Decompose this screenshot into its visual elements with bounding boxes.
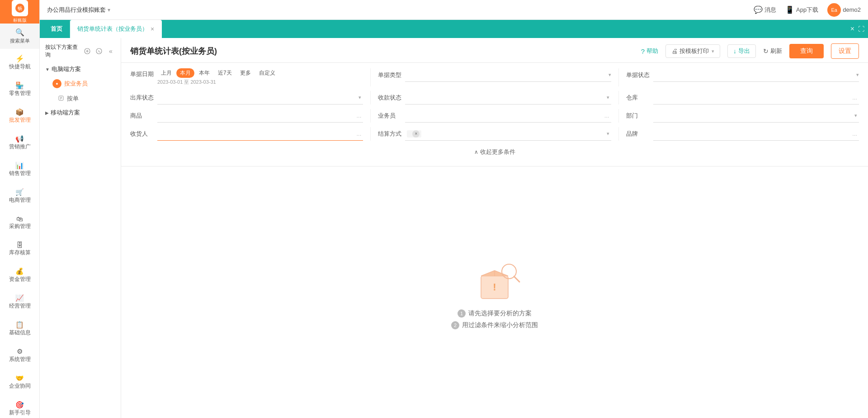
scheme-item-byorder[interactable]: 按单 [40, 91, 121, 106]
sidebar-item-guide[interactable]: 🎯 新手引导 [0, 395, 40, 418]
left-panel-header: 按以下方案查询 ✎ « [40, 43, 121, 62]
goods-select[interactable]: ... [157, 109, 363, 123]
empty-hint-1: 1 请先选择要分析的方案 [458, 309, 532, 318]
brand-more[interactable]: ... [852, 130, 857, 137]
chevron-down-icon: ▾ [108, 7, 110, 13]
sidebar-item-ecom[interactable]: 🛒 电商管理 [0, 183, 40, 209]
collapse-panel-btn[interactable]: « [106, 47, 115, 56]
sidebar-item-purchase[interactable]: 🛍 采购管理 [0, 209, 40, 236]
divider-8 [618, 127, 619, 141]
warehouse-filter: 仓库 ... [626, 91, 859, 104]
department-filter: 部门 ▾ [626, 109, 859, 123]
settlement-select[interactable]: × ▾ [405, 127, 611, 141]
export-btn[interactable]: ↓ 导出 [727, 44, 756, 58]
receiver-input[interactable]: ... [157, 127, 363, 141]
sidebar-logo[interactable]: 畅 标账版 [0, 0, 40, 24]
tab-home[interactable]: 首页 [43, 20, 70, 38]
date-tab-thisyear[interactable]: 本年 [195, 68, 213, 78]
scheme-group-desktop-header[interactable]: ▼ 电脑端方案 [40, 62, 121, 76]
sidebar-item-inventory[interactable]: 🗄 库存核算 [0, 236, 40, 262]
sidebar-item-collab[interactable]: 🤝 企业协同 [0, 369, 40, 395]
settings-button[interactable]: 设置 [831, 43, 859, 59]
scheme-group-mobile-label: 移动端方案 [51, 109, 80, 117]
message-action[interactable]: 💬 消息 [754, 5, 776, 14]
department-label: 部门 [626, 112, 653, 120]
message-label: 消息 [764, 6, 776, 14]
sidebar-item-sales[interactable]: 📊 销售管理 [0, 156, 40, 183]
refresh-action[interactable]: ↻ 刷新 [763, 47, 782, 55]
salesman-select[interactable]: ... [405, 109, 611, 123]
date-tab-more[interactable]: 更多 [236, 68, 255, 78]
sidebar-item-system[interactable]: ⚙ 系统管理 [0, 342, 40, 369]
salesman-more[interactable]: ... [604, 112, 609, 119]
sales-icon: 📊 [2, 162, 38, 170]
sidebar-basic-label: 基础信息 [2, 329, 38, 337]
payment-status-select[interactable]: ▾ [405, 91, 611, 104]
sidebar-wholesale-label: 批发管理 [2, 116, 38, 124]
goods-more[interactable]: ... [356, 112, 361, 119]
guide-icon: 🎯 [2, 401, 38, 409]
department-select[interactable]: ▾ [653, 109, 859, 123]
right-main: 销货单统计表(按业务员) ? 帮助 🖨 按模板打印 ▾ ↓ 导出 [121, 38, 868, 418]
divider-2 [618, 68, 619, 86]
tab-close-icon[interactable]: × [151, 25, 154, 33]
tab-minimize-btn[interactable]: × [850, 25, 854, 33]
sidebar-finance-label: 资金管理 [2, 276, 38, 283]
date-tab-custom[interactable]: 自定义 [255, 68, 279, 78]
date-tab-7days[interactable]: 近7天 [214, 68, 236, 78]
tab-bar: 首页 销货单统计表（按业务员） × × ⛶ [40, 20, 868, 38]
payment-status-label: 收款状态 [378, 94, 405, 102]
warehouse-more[interactable]: ... [852, 94, 857, 101]
print-btn[interactable]: 🖨 按模板打印 ▾ [665, 44, 720, 58]
app-download-action[interactable]: 📱 App下载 [785, 5, 818, 14]
delivery-status-select[interactable]: ▾ [157, 91, 363, 104]
collapse-btn[interactable]: ∧ 收起更多条件 [474, 145, 515, 159]
sidebar-system-label: 系统管理 [2, 356, 38, 363]
bill-type-chevron: ▾ [609, 72, 611, 78]
add-scheme-btn[interactable] [83, 47, 92, 56]
quicknav-icon: ⚡ [2, 54, 38, 63]
sidebar-item-retail[interactable]: 🏪 零售管理 [0, 76, 40, 103]
divider-7 [370, 127, 371, 141]
sidebar-item-basic[interactable]: 📋 基础信息 [0, 315, 40, 342]
brand-select[interactable]: ... [653, 127, 859, 141]
sidebar-item-finance[interactable]: 💰 资金管理 [0, 262, 40, 289]
scheme-item-bysalesman[interactable]: ● 按业务员 [40, 76, 121, 91]
scheme-group-mobile-header[interactable]: ▶ 移动端方案 [40, 106, 121, 119]
user-avatar: Ea [827, 3, 841, 17]
settlement-tag-close[interactable]: × [412, 130, 420, 138]
collapse-label: 收起更多条件 [480, 148, 515, 156]
department-chevron: ▾ [854, 113, 857, 119]
tab-bar-right: × ⛶ [850, 20, 864, 38]
goods-label: 商品 [130, 112, 157, 120]
sidebar-ecom-label: 电商管理 [2, 196, 38, 204]
scheme-byorder-label: 按单 [67, 95, 79, 103]
sidebar-search[interactable]: 🔍 搜索菜单 [0, 24, 40, 49]
date-tab-lastmonth[interactable]: 上月 [157, 68, 175, 78]
user-action[interactable]: Ea demo2 [827, 3, 861, 17]
page-header: 销货单统计表(按业务员) ? 帮助 🖨 按模板打印 ▾ ↓ 导出 [121, 38, 868, 63]
sidebar-purchase-label: 采购管理 [2, 223, 38, 230]
app-selector[interactable]: 办公用品行业模拟账套 ▾ [47, 6, 110, 14]
main-area: 办公用品行业模拟账套 ▾ 💬 消息 📱 App下载 Ea demo2 首页 [40, 0, 868, 418]
divider-4 [618, 91, 619, 104]
sidebar-item-quicknav[interactable]: ⚡ 快捷导航 [0, 49, 40, 76]
sidebar-item-operations[interactable]: 📈 经营管理 [0, 289, 40, 315]
empty-state: ! 1 请先选择要分析的方案 2 用过滤条件来缩小分析范围 [121, 166, 868, 418]
collab-icon: 🤝 [2, 374, 38, 382]
query-button[interactable]: 查询 [789, 44, 824, 58]
sidebar-item-marketing[interactable]: 📢 营销推广 [0, 129, 40, 156]
warehouse-label: 仓库 [626, 94, 653, 102]
bill-status-label: 单据状态 [626, 71, 653, 79]
edit-scheme-btn[interactable]: ✎ [94, 47, 104, 56]
left-panel-title: 按以下方案查询 [45, 43, 83, 59]
bill-type-select[interactable]: ▾ [405, 68, 611, 82]
sidebar-item-wholesale[interactable]: 📦 批发管理 [0, 103, 40, 129]
date-tab-thismonth[interactable]: 本月 [176, 68, 194, 78]
tab-active[interactable]: 销货单统计表（按业务员） × [70, 20, 162, 38]
receiver-more[interactable]: ... [356, 130, 361, 137]
bill-status-select[interactable]: ▾ [653, 68, 859, 82]
help-action[interactable]: ? 帮助 [641, 47, 658, 55]
warehouse-select[interactable]: ... [653, 91, 859, 104]
tab-maximize-btn[interactable]: ⛶ [858, 25, 864, 33]
